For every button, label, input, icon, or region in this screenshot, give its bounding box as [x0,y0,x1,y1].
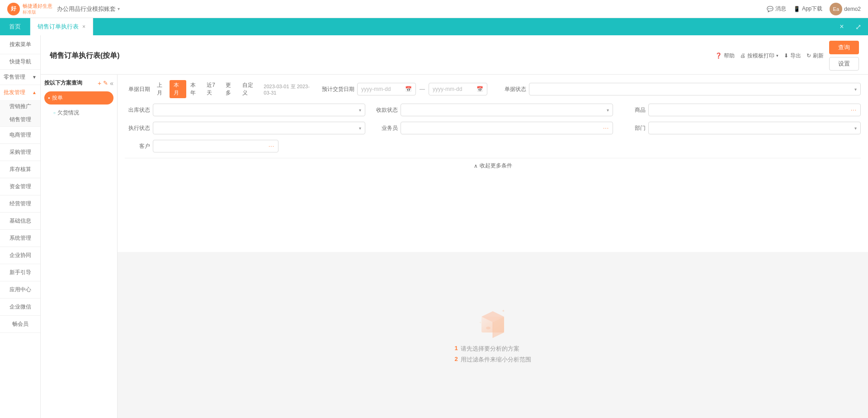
chevron-down-icon: ▼ [32,75,37,80]
sidebar-item-basic-info[interactable]: 基础信息 [0,213,40,230]
sidebar-section-wholesale: 批发管理 ▲ 营销推广 销售管理 [0,85,40,127]
refresh-icon: ↻ [807,52,811,59]
sidebar-subitem-sales-mgmt[interactable]: 销售管理 [0,113,40,126]
sidebar-item-enterprise-wechat[interactable]: 企业微信 [0,299,40,316]
filter-row-2: 出库状态 ▾ 收款状态 ▾ [125,104,861,116]
refresh-button[interactable]: ↻ 刷新 [807,52,824,60]
filter-row-1: 单据日期 上月 本月 本年 近7天 更多 自定义 20 [125,80,861,98]
tab-home[interactable]: 首页 [0,18,30,35]
page-header-top: 销售订单执行表(按单) ❓ 帮助 🖨 按模板打印 ▾ ⬇ 导出 [50,41,859,71]
sidebar-item-quick-nav[interactable]: 快捷导航 [0,54,40,70]
sidebar-item-finance[interactable]: 资金管理 [0,178,40,195]
exec-status-select[interactable]: ▾ [153,122,365,134]
print-button[interactable]: 🖨 按模板打印 ▾ [740,52,778,60]
logo-icon: 好 [7,3,20,15]
chevron-up-icon: ▲ [32,90,37,95]
export-icon: ⬇ [784,52,788,59]
goods-trigger-icon[interactable]: ··· [851,107,857,113]
sidebar-item-ecommerce[interactable]: 电商管理 [0,127,40,144]
expected-date-end-input[interactable]: yyyy-mm-dd 📅 [429,83,487,95]
sidebar-item-app-center[interactable]: 应用中心 [0,281,40,299]
expected-date-start-input[interactable]: yyyy-mm-dd 📅 [357,83,416,95]
collapse-panel-icon[interactable]: « [110,80,113,87]
empty-tips: 1 请先选择要分析的方案 2 用过滤条件来缩小分析范围 [454,345,531,366]
print-icon: 🖨 [740,52,745,59]
tab-sales-order-execution[interactable]: 销售订单执行表 × [30,18,93,35]
customer-label: 客户 [125,142,150,150]
tip-num-2: 2 [454,356,458,362]
svg-text:✦: ✦ [479,321,481,324]
message-button[interactable]: 💬 消息 [767,5,786,13]
customer-trigger-icon[interactable]: ··· [269,143,274,149]
goods-input[interactable]: ··· [648,104,861,116]
user-menu[interactable]: Ea demo2 [830,3,861,15]
sidebar-item-enterprise[interactable]: 企业协同 [0,247,40,264]
filter-item-delivery-status: 出库状态 ▾ [125,104,365,116]
dropdown-arrow-icon[interactable]: ▾ [118,6,120,11]
edit-scheme-icon[interactable]: ✎ [103,80,108,87]
sidebar-item-wholesale[interactable]: 批发管理 ▲ [0,85,40,100]
sidebar-item-inventory[interactable]: 库存核算 [0,161,40,178]
salesperson-trigger-icon[interactable]: ··· [603,125,609,131]
add-scheme-icon[interactable]: + [98,80,101,87]
date-tab-7days[interactable]: 近7天 [203,80,222,98]
date-tab-last-month[interactable]: 上月 [153,80,170,98]
delivery-status-label: 出库状态 [125,106,150,114]
tabbar: 首页 销售订单执行表 × × ⤢ [0,18,868,35]
tip-num-1: 1 [454,345,458,352]
empty-illustration: ✦ ✦ [475,303,511,339]
query-button[interactable]: 查询 [829,41,859,54]
sidebar-subitem-marketing[interactable]: 营销推广 [0,100,40,113]
collapse-conditions-bar[interactable]: ∧ 收起更多条件 [125,158,861,173]
bill-status-label: 单据状态 [501,86,526,93]
print-dropdown-icon: ▾ [776,53,778,58]
date-tab-this-year[interactable]: 本年 [186,80,203,98]
help-button[interactable]: ❓ 帮助 [715,52,735,60]
bill-status-select[interactable]: ▾ [529,83,861,95]
salesperson-input[interactable]: ··· [401,122,613,134]
filter-form-area: 单据日期 上月 本月 本年 近7天 更多 自定义 20 [118,75,868,252]
sidebar-item-member[interactable]: 畅会员 [0,316,40,333]
delivery-status-select[interactable]: ▾ [153,104,365,116]
customer-input[interactable]: ··· [153,140,278,152]
date-tab-more[interactable]: 更多 [222,80,238,98]
page-header-actions: ❓ 帮助 🖨 按模板打印 ▾ ⬇ 导出 ↻ 刷新 [715,41,859,71]
sidebar-item-business[interactable]: 经营管理 [0,195,40,213]
svg-text:✦: ✦ [502,309,505,313]
app-download-button[interactable]: 📱 App下载 [793,5,822,13]
empty-tip-2: 2 用过滤条件来缩小分析范围 [454,356,531,364]
sidebar-item-system[interactable]: 系统管理 [0,230,40,247]
filter-item-payment-status: 收款状态 ▾ [373,104,613,116]
close-window-button[interactable]: × [835,20,848,33]
tab-close-icon[interactable]: × [82,24,85,30]
exec-status-label: 执行状态 [125,124,150,132]
settings-button[interactable]: 设置 [829,57,859,71]
dept-dropdown-icon: ▾ [854,126,857,131]
empty-tip-1: 1 请先选择要分析的方案 [454,345,531,353]
date-tab-this-month[interactable]: 本月 [170,80,186,98]
sidebar-item-purchase[interactable]: 采购管理 [0,144,40,161]
payment-status-select[interactable]: ▾ [401,104,613,116]
date-label: 单据日期 [125,86,150,93]
export-button[interactable]: ⬇ 导出 [784,52,801,60]
filter-option-by-order[interactable]: ● 按单 [44,91,113,104]
sidebar-item-onboarding[interactable]: 新手引导 [0,264,40,281]
date-tab-custom[interactable]: 自定义 [238,80,259,98]
filter-option-inventory[interactable]: ○ 欠货情况 [44,106,113,119]
filter-row-4: 客户 ··· [125,140,861,152]
filter-layout: 按以下方案查询 + ✎ « ● 按单 ○ 欠货情况 [41,75,868,418]
filter-item-bill-status: 单据状态 ▾ [501,83,861,95]
expand-window-button[interactable]: ⤢ [852,20,864,33]
logo-area: 好 畅捷通好生意 标准版 [7,3,52,15]
topbar-left: 好 畅捷通好生意 标准版 办公用品行业模拟账套 ▾ [7,3,120,15]
dept-select[interactable]: ▾ [648,122,861,134]
topbar-right: 💬 消息 📱 App下载 Ea demo2 [767,3,861,15]
sidebar-item-retail[interactable]: 零售管理 ▼ [0,70,40,85]
page-header: 销售订单执行表(按单) ❓ 帮助 🖨 按模板打印 ▾ ⬇ 导出 [41,35,868,75]
filter-item-expected-date: 预计交货日期 yyyy-mm-dd 📅 — yyyy-mm-dd 📅 [322,83,494,95]
sidebar-search-area: 搜索菜单 [0,35,40,54]
help-icon: ❓ [715,52,722,59]
option-icon: ○ [53,111,56,115]
expected-date-label: 预计交货日期 [322,86,354,93]
search-menu-button[interactable]: 搜索菜单 [3,39,38,50]
